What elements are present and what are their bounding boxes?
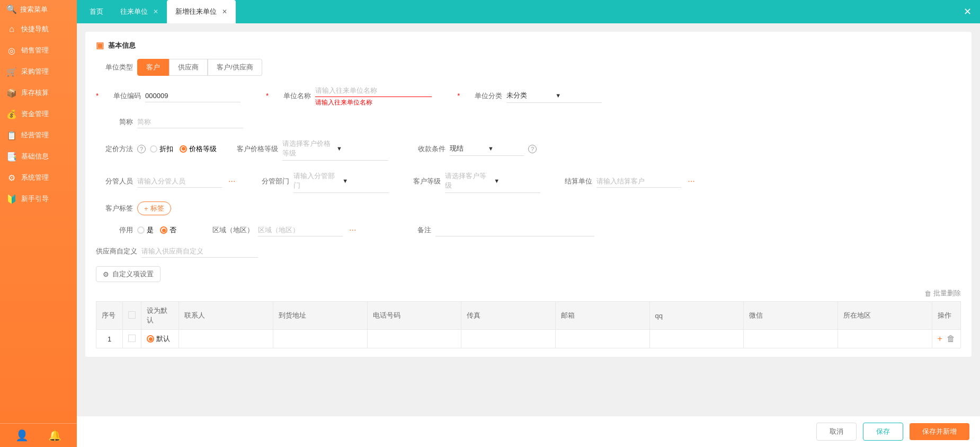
row-email-input[interactable] — [561, 335, 644, 343]
unit-category-label: 单位分类 — [465, 91, 502, 101]
row-email[interactable] — [555, 330, 649, 348]
customer-price-label: 客户价格等级 — [237, 144, 278, 154]
footer: 取消 保存 保存并新增 — [77, 416, 980, 447]
sidebar-search[interactable]: 🔍 搜索菜单 — [0, 0, 77, 19]
pricing-price-level-radio[interactable] — [180, 145, 187, 153]
inventory-icon: 📦 — [6, 87, 17, 98]
settlement-input[interactable] — [596, 175, 681, 188]
pricing-price-level-option[interactable]: 价格等级 — [180, 144, 217, 154]
notification-icon[interactable]: 🔔 — [48, 429, 61, 442]
gear-icon: ⚙ — [103, 270, 109, 278]
pricing-help-icon[interactable]: ? — [137, 145, 146, 153]
row-add-btn[interactable]: + — [938, 334, 942, 344]
sidebar-bottom: 👤 🔔 — [0, 423, 77, 447]
unit-type-customer[interactable]: 客户 — [137, 59, 169, 76]
content-area: ▣ 基本信息 单位类型 客户 供应商 客户/供应商 * 单位编码 * — [77, 23, 980, 416]
unit-category-select[interactable]: 未分类 ▼ — [506, 89, 602, 103]
row-default: 默认 — [141, 330, 179, 348]
batch-delete-btn[interactable]: 🗑 批量删除 — [96, 288, 961, 298]
sidebar-item-sales[interactable]: ◎ 销售管理 — [0, 40, 77, 61]
row-default-radio-item[interactable]: 默认 — [147, 334, 173, 344]
purchase-icon: 🛒 — [6, 66, 17, 77]
th-fax: 传真 — [461, 302, 556, 330]
region-input[interactable] — [258, 224, 343, 236]
tab-partners[interactable]: 往来单位 ✕ — [112, 0, 167, 23]
payment-help-icon[interactable]: ? — [528, 145, 537, 153]
unit-category-value: 未分类 — [506, 91, 553, 100]
custom-settings-btn[interactable]: ⚙ 自定义项设置 — [96, 266, 161, 282]
unit-info-row: * 单位编码 * 单位名称 请输入往来单位名称 * 单位分类 未分类 ▼ — [96, 84, 961, 107]
header-checkbox[interactable] — [128, 311, 136, 319]
add-tag-btn[interactable]: + 标签 — [137, 201, 171, 215]
sidebar-item-inventory[interactable]: 📦 库存核算 — [0, 82, 77, 103]
disable-yes-option[interactable]: 是 — [137, 225, 154, 235]
dept-select[interactable]: 请输入分管部门 ▼ — [293, 169, 389, 193]
tab-new-partner-close[interactable]: ✕ — [222, 8, 227, 15]
sidebar-item-system[interactable]: ⚙ 系统管理 — [0, 167, 77, 188]
row-address[interactable] — [273, 330, 368, 348]
row-seq: 1 — [96, 330, 123, 348]
customer-level-select[interactable]: 请选择客户等级 ▼ — [445, 169, 540, 193]
row-qq-input[interactable] — [655, 335, 738, 343]
tag-btn-label: 标签 — [150, 204, 164, 213]
disable-no-option[interactable]: 否 — [160, 225, 176, 235]
sidebar-item-basic-info[interactable]: 📑 基础信息 — [0, 146, 77, 167]
row-wechat[interactable] — [744, 330, 838, 348]
row-fax[interactable] — [461, 330, 556, 348]
disable-label: 停用 — [96, 225, 133, 235]
unit-type-supplier[interactable]: 供应商 — [169, 59, 208, 76]
sidebar-item-guide[interactable]: 🔰 新手引导 — [0, 188, 77, 209]
th-region: 所在地区 — [838, 302, 932, 330]
pricing-discount-radio[interactable] — [150, 145, 157, 153]
row-phone-input[interactable] — [373, 335, 456, 343]
disable-no-radio[interactable] — [160, 226, 167, 234]
remark-label: 备注 — [394, 225, 431, 235]
sidebar-item-finance[interactable]: 💰 资金管理 — [0, 103, 77, 125]
cancel-button[interactable]: 取消 — [816, 423, 857, 441]
table-header-row: 序号 设为默认 联系人 到货地址 电话号码 传真 邮箱 qq 微信 所在地区 操… — [96, 302, 961, 330]
tab-partners-close[interactable]: ✕ — [153, 8, 158, 15]
row-phone[interactable] — [367, 330, 461, 348]
row-region-input[interactable] — [843, 335, 926, 343]
batch-delete-icon: 🗑 — [924, 290, 931, 297]
save-button[interactable]: 保存 — [863, 423, 903, 441]
custom-def-input[interactable] — [141, 245, 258, 258]
payment-select[interactable]: 现结 ▼ — [450, 142, 524, 156]
remark-input[interactable] — [435, 224, 594, 236]
unit-name-input[interactable] — [315, 84, 432, 97]
unit-code-input[interactable] — [145, 90, 240, 102]
row-default-radio[interactable] — [147, 335, 154, 343]
customer-level-label: 客户等级 — [404, 177, 441, 186]
row-wechat-input[interactable] — [749, 335, 832, 343]
sidebar: 🔍 搜索菜单 ⌂ 快捷导航 ◎ 销售管理 🛒 采购管理 📦 库存核算 💰 资金管… — [0, 0, 77, 447]
section-title-icon: ▣ — [96, 40, 104, 50]
row-region[interactable] — [838, 330, 932, 348]
customer-price-select[interactable]: 请选择客户价格等级 ▼ — [282, 137, 388, 161]
row-contact[interactable] — [179, 330, 273, 348]
unit-type-both[interactable]: 客户/供应商 — [208, 59, 262, 76]
abbr-input[interactable] — [137, 116, 243, 128]
user-icon[interactable]: 👤 — [15, 429, 29, 442]
row-contact-input[interactable] — [184, 335, 268, 343]
row-check[interactable] — [123, 330, 141, 348]
sidebar-item-operations[interactable]: 📋 经营管理 — [0, 125, 77, 146]
save-new-button[interactable]: 保存并新增 — [910, 423, 969, 440]
sidebar-item-purchase[interactable]: 🛒 采购管理 — [0, 61, 77, 82]
row-address-input[interactable] — [279, 335, 362, 343]
sidebar-item-quick-nav[interactable]: ⌂ 快捷导航 — [0, 19, 77, 40]
pricing-radio-group: 折扣 价格等级 — [150, 144, 217, 154]
tab-bar-close-btn[interactable]: ✕ — [964, 6, 972, 17]
row-checkbox[interactable] — [128, 335, 136, 342]
settlement-more-btn[interactable]: ··· — [685, 177, 697, 186]
row-fax-input[interactable] — [467, 335, 550, 343]
pricing-discount-option[interactable]: 折扣 — [150, 144, 173, 154]
manager-input[interactable] — [137, 175, 222, 188]
manager-more-btn[interactable]: ··· — [226, 177, 237, 186]
row-delete-btn[interactable]: 🗑 — [947, 334, 955, 344]
disable-yes-radio[interactable] — [137, 226, 145, 234]
region-more-btn[interactable]: ··· — [347, 225, 358, 235]
tab-home[interactable]: 首页 — [81, 0, 112, 23]
row-actions: + 🗑 — [932, 330, 960, 348]
tab-new-partner[interactable]: 新增往来单位 ✕ — [167, 0, 236, 23]
row-qq[interactable] — [649, 330, 744, 348]
